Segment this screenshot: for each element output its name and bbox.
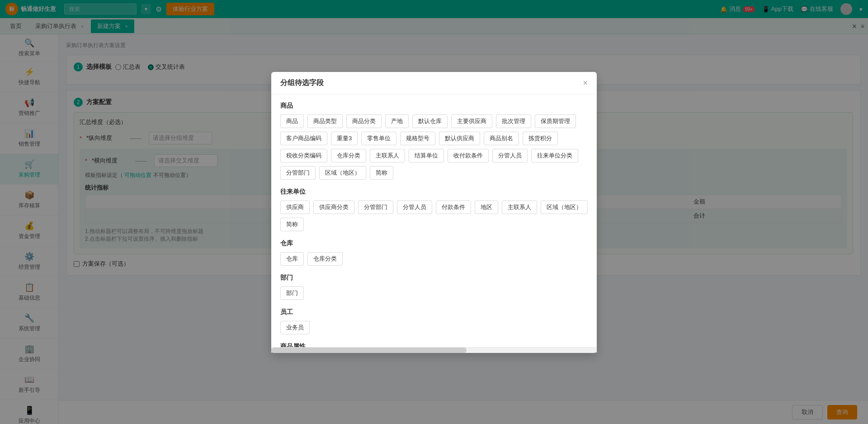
field-tag-goods-9[interactable]: 重量3 [331,132,358,145]
field-tag-goods-7[interactable]: 保质期管理 [535,114,576,128]
field-tags-warehouse: 仓库 仓库分类 [280,252,588,266]
field-group-goods: 商品 商品 商品类型 商品分类 产地 默认仓库 主要供应商 批次管理 保质期管理… [280,102,588,180]
field-tag-goods-5[interactable]: 主要供应商 [451,114,492,128]
field-tag-goods-16[interactable]: 仓库分类 [331,149,366,162]
field-tag-partner-3[interactable]: 分管人员 [397,200,432,214]
field-group-partner: 往来单位 供应商 供应商分类 分管部门 分管人员 付款条件 地区 主联系人 区域… [280,188,588,231]
field-tag-goods-8[interactable]: 客户商品编码 [280,132,327,145]
field-group-warehouse-title: 仓库 [280,239,588,248]
field-tag-goods-19[interactable]: 收付款条件 [448,149,489,162]
field-tag-goods-17[interactable]: 主联系人 [370,149,405,162]
field-tag-goods-0[interactable]: 商品 [280,114,304,128]
field-group-partner-title: 往来单位 [280,188,588,196]
field-tag-goods-22[interactable]: 分管部门 [280,166,316,180]
modal-title: 分组待选字段 [280,78,324,88]
field-tag-goods-20[interactable]: 分管人员 [492,149,528,162]
field-group-warehouse: 仓库 仓库 仓库分类 [280,239,588,266]
field-group-goods-attr: 商品属性 属性 颜色 多规格 尺码 鞋码 1 [280,343,588,347]
field-select-modal: 分组待选字段 × 商品 商品 商品类型 商品分类 产地 默认仓库 主要供应商 批… [271,72,597,353]
field-group-employee-title: 员工 [280,308,588,316]
field-tags-partner: 供应商 供应商分类 分管部门 分管人员 付款条件 地区 主联系人 区域（地区） … [280,200,588,231]
field-tag-partner-6[interactable]: 主联系人 [502,200,537,214]
field-tag-warehouse-0[interactable]: 仓库 [280,252,304,266]
field-tag-goods-6[interactable]: 批次管理 [496,114,531,128]
field-tag-goods-10[interactable]: 零售单位 [361,132,396,145]
field-tag-goods-12[interactable]: 默认供应商 [439,132,480,145]
field-group-department: 部门 部门 [280,274,588,300]
field-tag-goods-3[interactable]: 产地 [385,114,409,128]
field-tag-goods-14[interactable]: 拣货积分 [523,132,558,145]
field-tags-employee: 业务员 [280,321,588,334]
modal-header: 分组待选字段 × [271,72,597,95]
modal-overlay: 分组待选字段 × 商品 商品 商品类型 商品分类 产地 默认仓库 主要供应商 批… [0,0,868,424]
field-tag-partner-7[interactable]: 区域（地区） [541,200,588,214]
field-tag-goods-2[interactable]: 商品分类 [346,114,382,128]
field-tag-goods-18[interactable]: 结算单位 [409,149,444,162]
field-tag-partner-1[interactable]: 供应商分类 [313,200,354,214]
field-group-goods-title: 商品 [280,102,588,110]
field-group-department-title: 部门 [280,274,588,282]
modal-close-button[interactable]: × [583,79,588,87]
field-tag-goods-1[interactable]: 商品类型 [307,114,343,128]
field-tag-goods-15[interactable]: 税收分类编码 [280,149,327,162]
field-group-goods-attr-title: 商品属性 [280,343,588,347]
field-tag-goods-4[interactable]: 默认仓库 [412,114,448,128]
field-tag-partner-5[interactable]: 地区 [475,200,498,214]
modal-horizontal-scrollbar[interactable] [271,347,597,353]
field-tags-department: 部门 [280,286,588,300]
field-tag-employee-0[interactable]: 业务员 [280,321,310,334]
field-group-employee: 员工 业务员 [280,308,588,334]
scrollbar-thumb[interactable] [271,348,467,353]
scrollbar-track [271,348,597,353]
field-tag-partner-2[interactable]: 分管部门 [358,200,393,214]
field-tag-goods-23[interactable]: 区域（地区） [319,166,366,180]
modal-body[interactable]: 商品 商品 商品类型 商品分类 产地 默认仓库 主要供应商 批次管理 保质期管理… [271,95,597,347]
field-tags-goods: 商品 商品类型 商品分类 产地 默认仓库 主要供应商 批次管理 保质期管理 客户… [280,114,588,180]
field-tag-goods-13[interactable]: 商品别名 [484,132,519,145]
field-tag-department-0[interactable]: 部门 [280,286,304,300]
field-tag-goods-11[interactable]: 规格型号 [400,132,435,145]
field-tag-partner-8[interactable]: 简称 [280,218,304,231]
field-tag-partner-0[interactable]: 供应商 [280,200,310,214]
field-tag-goods-24[interactable]: 简称 [370,166,393,180]
field-tag-partner-4[interactable]: 付款条件 [436,200,471,214]
field-tag-warehouse-1[interactable]: 仓库分类 [307,252,343,266]
field-tag-goods-21[interactable]: 往来单位分类 [531,149,578,162]
